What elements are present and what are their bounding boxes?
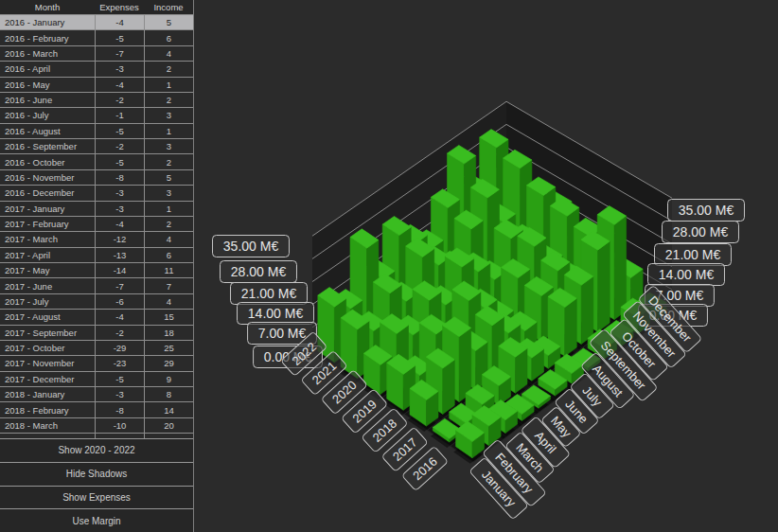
app-root: Month Expenses Income 2016 - January-452… — [0, 0, 778, 532]
table-row[interactable]: 2017 - September-218 — [0, 325, 193, 340]
cell-income: 3 — [144, 139, 193, 153]
cell-month: 2017 - April — [0, 248, 95, 262]
table-row[interactable]: 2016 - September-23 — [0, 138, 193, 153]
column-header-month: Month — [0, 2, 95, 12]
cell-income: 1 — [144, 78, 193, 92]
cell-month: 2017 - November — [0, 356, 95, 370]
table-row[interactable]: 2017 - April-136 — [0, 247, 193, 262]
table-row[interactable]: 2016 - July-13 — [0, 107, 193, 122]
button-show-expenses[interactable]: Show Expenses — [0, 486, 193, 509]
cell-expenses: -14 — [95, 263, 144, 277]
svg-text:14.00 M€: 14.00 M€ — [659, 267, 715, 282]
cell-income: 3 — [144, 108, 193, 122]
table-row[interactable]: 2016 - October-52 — [0, 153, 193, 168]
value-label-left: 28.00 M€ — [221, 261, 297, 283]
table-row[interactable]: 2017 - June-77 — [0, 277, 193, 293]
button-use-margin[interactable]: Use Margin — [0, 508, 193, 532]
cell-income: 2 — [144, 154, 193, 168]
cell-month: 2017 - August — [0, 310, 95, 324]
chart-panel: 35.00 M€28.00 M€21.00 M€14.00 M€7.00 M€0… — [194, 0, 778, 532]
table-row[interactable]: 2017 - July-64 — [0, 293, 193, 309]
cell-month: 2017 - September — [0, 326, 95, 340]
table-row[interactable]: 2018 - March-1020 — [0, 417, 193, 433]
cell-expenses: -5 — [95, 30, 144, 44]
button-show-years[interactable]: Show 2020 - 2022 — [0, 438, 193, 462]
table-row[interactable]: 2017 - March-124 — [0, 231, 193, 246]
value-label-right: 35.00 M€ — [668, 200, 745, 222]
cell-income: 7 — [144, 278, 193, 293]
value-label-right: 14.00 M€ — [648, 264, 725, 286]
data-table-panel: Month Expenses Income 2016 - January-452… — [0, 0, 194, 532]
table-row[interactable]: 2016 - January-45 — [0, 14, 193, 29]
svg-text:21.00 M€: 21.00 M€ — [665, 247, 721, 262]
cell-month: 2017 - February — [0, 217, 95, 231]
cell-expenses: -5 — [95, 154, 144, 168]
cell-month: 2017 - May — [0, 263, 95, 277]
svg-text:35.00 M€: 35.00 M€ — [223, 239, 279, 254]
table-row[interactable]: 2016 - November-85 — [0, 169, 193, 185]
cell-month: 2016 - January — [0, 15, 95, 29]
cell-expenses: -7 — [95, 278, 144, 293]
table-row[interactable]: 2016 - February-56 — [0, 29, 193, 44]
table-row[interactable]: 2017 - November-2329 — [0, 355, 193, 370]
table-row[interactable]: 2018 - February-814 — [0, 401, 193, 417]
cell-expenses: -10 — [95, 418, 144, 433]
cell-expenses: -23 — [95, 356, 144, 370]
cell-expenses: -8 — [95, 170, 144, 185]
cell-income: 29 — [144, 356, 193, 370]
cell-month: 2016 - December — [0, 186, 95, 200]
cell-income: 14 — [144, 402, 193, 417]
cell-expenses: -6 — [95, 294, 144, 309]
cell-income: 4 — [144, 294, 193, 309]
cell-expenses: -5 — [95, 372, 144, 386]
table-row[interactable]: 2017 - February-42 — [0, 216, 193, 231]
table-row[interactable]: 2017 - December-59 — [0, 371, 193, 386]
table-row[interactable]: 2017 - October-2925 — [0, 340, 193, 355]
button-hide-shadows[interactable]: Hide Shadows — [0, 462, 193, 486]
cell-expenses: -8 — [95, 402, 144, 417]
cell-month: 2016 - June — [0, 93, 95, 107]
table-row[interactable]: 2018 - January-38 — [0, 386, 193, 401]
svg-text:21.00 M€: 21.00 M€ — [241, 286, 297, 301]
cell-expenses: -12 — [95, 232, 144, 246]
value-label-left: 35.00 M€ — [213, 236, 290, 257]
cell-expenses: -3 — [95, 186, 144, 200]
table-row[interactable]: 2016 - August-51 — [0, 123, 193, 138]
table-row[interactable]: 2017 - August-415 — [0, 309, 193, 324]
cell-expenses: -29 — [95, 341, 144, 355]
3d-bar-chart[interactable]: 35.00 M€28.00 M€21.00 M€14.00 M€7.00 M€0… — [194, 0, 778, 532]
table-row[interactable]: 2016 - December-33 — [0, 185, 193, 200]
cell-income: 15 — [144, 310, 193, 324]
cell-expenses: -4 — [95, 78, 144, 92]
cell-income: 6 — [144, 248, 193, 262]
svg-text:35.00 M€: 35.00 M€ — [679, 203, 734, 218]
cell-month: 2017 - December — [0, 372, 95, 386]
value-label-right: 21.00 M€ — [655, 244, 732, 266]
cell-income: 2 — [144, 62, 193, 76]
cell-expenses: -13 — [95, 248, 144, 262]
cell-month: 2016 - November — [0, 170, 95, 185]
value-label-right: 28.00 M€ — [663, 222, 739, 243]
table-row[interactable]: 2017 - May-1411 — [0, 262, 193, 277]
table-row[interactable]: 2016 - March-74 — [0, 45, 193, 61]
cell-month: 2017 - October — [0, 341, 95, 355]
cell-income: 20 — [144, 418, 193, 433]
cell-expenses: -4 — [95, 15, 144, 29]
table-row[interactable]: 2017 - January-31 — [0, 201, 193, 216]
cell-month: 2016 - May — [0, 78, 95, 92]
cell-income: 18 — [144, 326, 193, 340]
cell-expenses: -2 — [95, 93, 144, 107]
value-label-left: 21.00 M€ — [231, 283, 308, 305]
cell-expenses: -3 — [95, 387, 144, 401]
table-row[interactable]: 2016 - June-22 — [0, 92, 193, 107]
cell-income: 1 — [144, 202, 193, 216]
table-row[interactable]: 2016 - April-32 — [0, 61, 193, 76]
table-row[interactable]: 2016 - May-41 — [0, 77, 193, 92]
cell-income: 5 — [144, 170, 193, 185]
cell-expenses: -2 — [95, 139, 144, 153]
cell-income: 5 — [144, 15, 193, 29]
cell-month: 2016 - July — [0, 108, 95, 122]
cell-month: 2018 - January — [0, 387, 95, 401]
cell-month: 2016 - October — [0, 154, 95, 168]
table-header: Month Expenses Income — [0, 0, 193, 14]
